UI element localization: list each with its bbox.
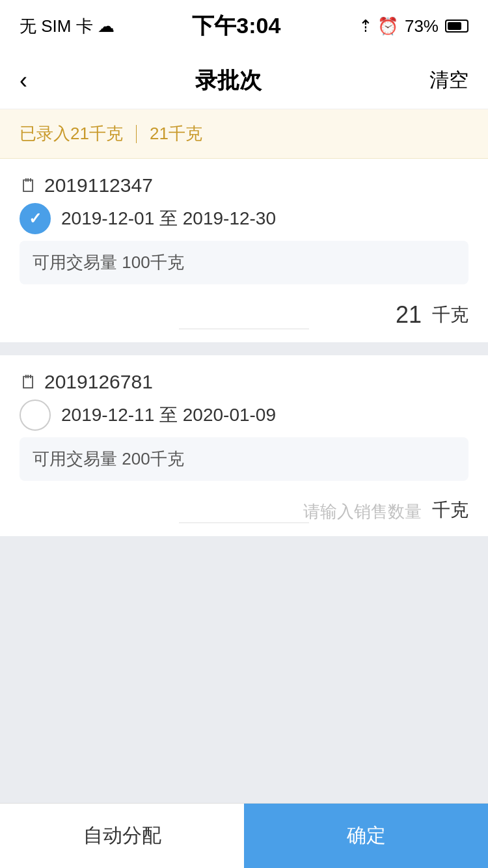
clear-button[interactable]: 清空 [429, 67, 468, 94]
batch-amount-unit-1: 千克 [432, 303, 468, 327]
batch-card-1: 🗒 2019112347 ✓ 2019-12-01 至 2019-12-30 可… [0, 159, 488, 342]
batch-amount-row-2: 千克 [0, 491, 488, 536]
radio-2[interactable] [20, 400, 51, 431]
batch-amount-value-1: 21 [396, 301, 422, 329]
card-separator-1 [0, 342, 488, 355]
summary-bar: 已录入21千克 21千克 [0, 109, 488, 159]
batch-date-row-2[interactable]: 2019-12-11 至 2020-01-09 [0, 400, 488, 437]
batch-date-row-1[interactable]: ✓ 2019-12-01 至 2019-12-30 [0, 203, 488, 241]
batch-amount-row-1: 21 千克 [0, 295, 488, 342]
status-right: ⇡ ⏰ 73% [359, 16, 468, 36]
empty-area [0, 536, 488, 809]
batch-doc-icon-1: 🗒 [20, 175, 38, 197]
batch-header-1: 🗒 2019112347 [0, 159, 488, 203]
main-content: 已录入21千克 21千克 🗒 2019112347 ✓ 2019-12-01 至… [0, 109, 488, 868]
amount-input-2[interactable] [161, 498, 422, 522]
batch-available-1: 可用交易量 100千克 [20, 241, 468, 284]
batch-id-1: 2019112347 [44, 174, 153, 197]
status-left: 无 SIM 卡 ☁ [20, 15, 115, 38]
auto-distribute-button[interactable]: 自动分配 [0, 804, 244, 868]
check-icon-1: ✓ [29, 210, 42, 228]
batch-header-2: 🗒 2019126781 [0, 355, 488, 400]
batch-doc-icon-2: 🗒 [20, 372, 38, 393]
summary-value: 21千克 [150, 122, 202, 145]
battery-icon: ⇡ ⏰ [359, 16, 398, 36]
nav-bar: ‹ 录批次 清空 [0, 52, 488, 109]
confirm-button[interactable]: 确定 [244, 804, 488, 868]
summary-recorded: 已录入21千克 [20, 122, 123, 145]
sim-status: 无 SIM 卡 ☁ [20, 15, 115, 38]
batch-card-2: 🗒 2019126781 2019-12-11 至 2020-01-09 可用交… [0, 355, 488, 536]
radio-1[interactable]: ✓ [20, 203, 51, 234]
bottom-bar: 自动分配 确定 [0, 803, 488, 868]
page-title: 录批次 [195, 66, 262, 96]
battery-icon-bar [445, 20, 468, 33]
status-time: 下午3:04 [192, 11, 280, 41]
batch-amount-unit-2: 千克 [432, 498, 468, 522]
batch-available-2: 可用交易量 200千克 [20, 437, 468, 481]
batch-id-2: 2019126781 [44, 371, 153, 393]
status-bar: 无 SIM 卡 ☁ 下午3:04 ⇡ ⏰ 73% [0, 0, 488, 52]
batch-date-2: 2019-12-11 至 2020-01-09 [61, 403, 276, 427]
summary-divider [136, 125, 137, 143]
batch-date-1: 2019-12-01 至 2019-12-30 [61, 206, 276, 231]
back-button[interactable]: ‹ [20, 67, 27, 94]
battery-percent: 73% [405, 16, 439, 36]
